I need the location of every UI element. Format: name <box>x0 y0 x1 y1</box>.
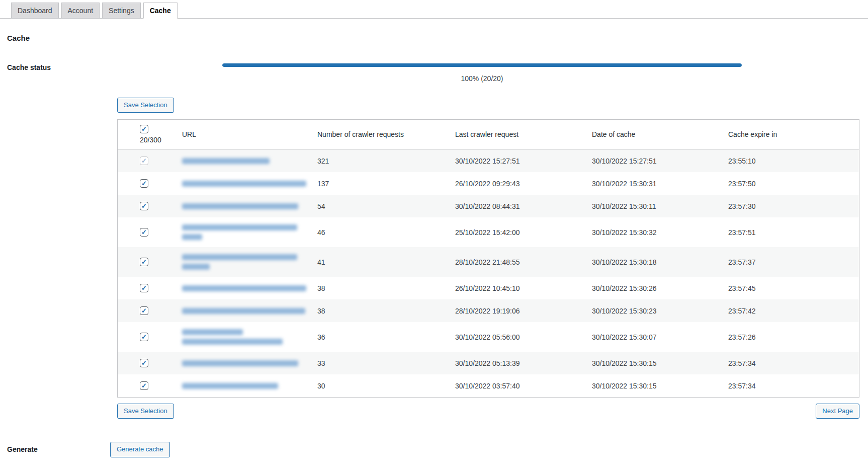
cache-date-cell: 30/10/2022 15:30:15 <box>592 352 728 374</box>
cache-table: 20/300 URL Number of crawler requests La… <box>117 119 859 398</box>
redacted-url-text <box>182 158 270 164</box>
expire-cell: 23:55:10 <box>728 149 859 173</box>
requests-cell: 321 <box>317 149 455 173</box>
table-row: 54 30/10/2022 08:44:31 30/10/2022 15:30:… <box>118 195 859 217</box>
row-checkbox[interactable] <box>140 381 148 390</box>
cache-status-row: Cache status 100% (20/20) <box>0 63 868 83</box>
redacted-url-text <box>182 383 278 389</box>
last-request-cell: 30/10/2022 03:57:40 <box>455 374 592 397</box>
redacted-url-text <box>182 285 306 291</box>
expire-cell: 23:57:50 <box>728 172 859 195</box>
url-link[interactable] <box>182 285 312 291</box>
requests-cell: 46 <box>317 217 455 247</box>
page-title: Cache <box>7 34 868 42</box>
redacted-url-text <box>182 308 305 314</box>
row-checkbox[interactable] <box>140 359 148 367</box>
last-request-cell: 30/10/2022 15:27:51 <box>455 149 592 173</box>
url-link[interactable] <box>182 360 312 366</box>
redacted-url-text <box>182 264 210 270</box>
redacted-url-text <box>182 339 283 345</box>
redacted-url-text <box>182 254 297 260</box>
tab-bar: Dashboard Account Settings Cache <box>0 0 868 19</box>
save-selection-button-bottom[interactable]: Save Selection <box>117 404 174 419</box>
redacted-url-text <box>182 360 298 366</box>
table-row: 38 26/10/2022 10:45:10 30/10/2022 15:30:… <box>118 277 859 299</box>
tab-settings[interactable]: Settings <box>102 3 141 19</box>
table-row: 38 28/10/2022 19:19:06 30/10/2022 15:30:… <box>118 299 859 322</box>
tab-account[interactable]: Account <box>61 3 100 19</box>
table-row: 321 30/10/2022 15:27:51 30/10/2022 15:27… <box>118 149 859 173</box>
row-checkbox[interactable] <box>140 284 148 292</box>
last-request-cell: 30/10/2022 08:44:31 <box>455 195 592 217</box>
expire-cell: 23:57:26 <box>728 322 859 352</box>
column-header-expire: Cache expire in <box>728 120 859 149</box>
tab-cache[interactable]: Cache <box>143 3 178 19</box>
requests-cell: 38 <box>317 277 455 299</box>
row-checkbox[interactable] <box>140 202 148 210</box>
requests-cell: 33 <box>317 352 455 374</box>
redacted-url-text <box>182 181 306 187</box>
cache-date-cell: 30/10/2022 15:30:15 <box>592 374 728 397</box>
column-header-requests: Number of crawler requests <box>317 120 455 149</box>
expire-cell: 23:57:34 <box>728 374 859 397</box>
next-page-button[interactable]: Next Page <box>816 404 859 419</box>
cache-date-cell: 30/10/2022 15:30:11 <box>592 195 728 217</box>
last-request-cell: 26/10/2022 10:45:10 <box>455 277 592 299</box>
progress-percent-text: 100% (20/20) <box>222 74 742 83</box>
last-request-cell: 26/10/2022 09:29:43 <box>455 172 592 195</box>
table-row: 41 28/10/2022 21:48:55 30/10/2022 15:30:… <box>118 247 859 277</box>
progress-fill <box>222 63 742 67</box>
cache-date-cell: 30/10/2022 15:30:32 <box>592 217 728 247</box>
generate-label: Generate <box>0 445 110 453</box>
url-link[interactable] <box>182 158 312 164</box>
redacted-url-text <box>182 224 297 230</box>
redacted-url-text <box>182 329 243 335</box>
tab-dashboard[interactable]: Dashboard <box>11 3 59 19</box>
url-link[interactable] <box>182 254 312 270</box>
expire-cell: 23:57:42 <box>728 299 859 322</box>
table-row: 46 25/10/2022 15:42:00 30/10/2022 15:30:… <box>118 217 859 247</box>
last-request-cell: 30/10/2022 05:13:39 <box>455 352 592 374</box>
url-link[interactable] <box>182 203 312 209</box>
last-request-cell: 28/10/2022 21:48:55 <box>455 247 592 277</box>
table-row: 33 30/10/2022 05:13:39 30/10/2022 15:30:… <box>118 352 859 374</box>
url-link[interactable] <box>182 181 312 187</box>
row-checkbox[interactable] <box>140 306 148 315</box>
expire-cell: 23:57:30 <box>728 195 859 217</box>
requests-cell: 30 <box>317 374 455 397</box>
table-row: 137 26/10/2022 09:29:43 30/10/2022 15:30… <box>118 172 859 195</box>
redacted-url-text <box>182 203 298 209</box>
row-checkbox <box>140 156 148 165</box>
save-selection-button-top[interactable]: Save Selection <box>117 98 174 113</box>
column-header-last-request: Last crawler request <box>455 120 592 149</box>
row-checkbox[interactable] <box>140 333 148 341</box>
url-link[interactable] <box>182 308 312 314</box>
requests-cell: 38 <box>317 299 455 322</box>
last-request-cell: 30/10/2022 05:56:00 <box>455 322 592 352</box>
expire-cell: 23:57:51 <box>728 217 859 247</box>
url-link[interactable] <box>182 329 312 345</box>
requests-cell: 137 <box>317 172 455 195</box>
url-link[interactable] <box>182 224 312 240</box>
last-request-cell: 28/10/2022 19:19:06 <box>455 299 592 322</box>
generate-cache-button[interactable]: Generate cache <box>110 442 170 457</box>
column-header-url: URL <box>182 120 317 149</box>
requests-cell: 41 <box>317 247 455 277</box>
generate-row: Generate Generate cache <box>0 442 868 457</box>
cache-date-cell: 30/10/2022 15:30:07 <box>592 322 728 352</box>
progress-bar <box>222 63 742 67</box>
row-checkbox[interactable] <box>140 258 148 266</box>
cache-date-cell: 30/10/2022 15:30:23 <box>592 299 728 322</box>
cache-date-cell: 30/10/2022 15:27:51 <box>592 149 728 173</box>
expire-cell: 23:57:34 <box>728 352 859 374</box>
select-all-checkbox[interactable] <box>140 125 148 133</box>
url-link[interactable] <box>182 383 312 389</box>
cache-date-cell: 30/10/2022 15:30:18 <box>592 247 728 277</box>
requests-cell: 54 <box>317 195 455 217</box>
row-checkbox[interactable] <box>140 179 148 188</box>
selected-count: 20/300 <box>140 136 177 144</box>
cache-status-label: Cache status <box>0 63 110 71</box>
row-checkbox[interactable] <box>140 228 148 237</box>
cache-date-cell: 30/10/2022 15:30:31 <box>592 172 728 195</box>
requests-cell: 36 <box>317 322 455 352</box>
